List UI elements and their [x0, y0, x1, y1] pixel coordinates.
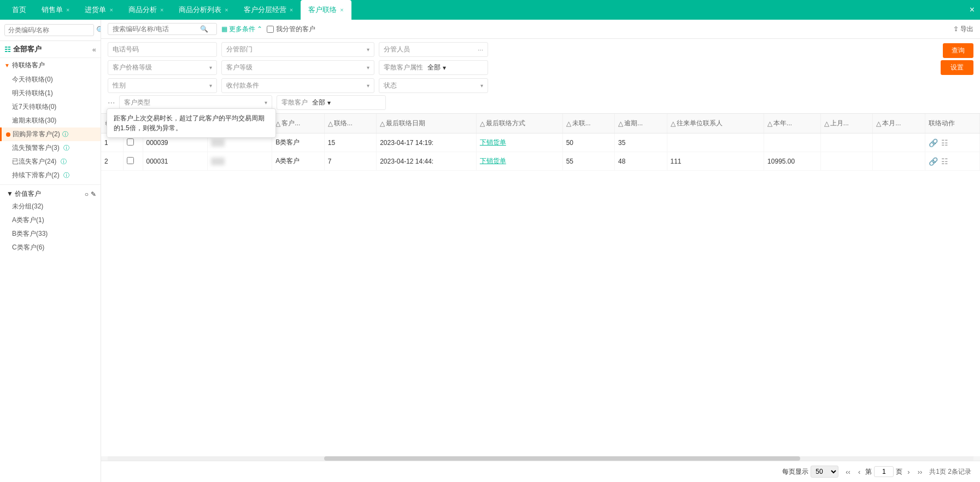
- customer-type-field[interactable]: 客户类型 ▾: [119, 95, 272, 110]
- more-conditions-btn[interactable]: ▦ 更多条件 ⌃: [221, 25, 262, 34]
- row1-select-checkbox[interactable]: [127, 138, 134, 146]
- row2-checkbox: [123, 152, 143, 171]
- close-customer-tier-tab[interactable]: ×: [290, 7, 293, 13]
- row1-method-link[interactable]: 下销货单: [480, 138, 506, 146]
- retail-customer-field[interactable]: 零散客户 全部 ▾: [277, 95, 386, 110]
- declining[interactable]: 持续下滑客户(2) ⓘ: [0, 169, 101, 182]
- col-overdue: △逾期...: [615, 114, 667, 133]
- sidebar-collapse-icon[interactable]: «: [92, 45, 96, 54]
- pagination-bar: 每页显示 50 100 200 ‹‹ ‹ 第 页 › ›› 共1页 2条记录: [101, 461, 980, 482]
- col-uncontact-sort[interactable]: △: [566, 120, 571, 127]
- gender-field[interactable]: 性别 ▾: [108, 78, 217, 93]
- col-last-month-sort[interactable]: △: [824, 120, 829, 127]
- phone-field[interactable]: 电话号码: [108, 42, 217, 57]
- search-wrap: 🔍: [108, 23, 217, 35]
- week-pending[interactable]: 近7天待联络(0): [0, 100, 101, 114]
- manager-dots[interactable]: ···: [478, 46, 483, 54]
- overdue-pending[interactable]: 逾期未联络(30): [0, 114, 101, 127]
- class-b[interactable]: B类客户(33): [0, 227, 101, 241]
- row2-grid-icon[interactable]: ☷: [941, 157, 948, 166]
- nav-product-list[interactable]: 商品分析列表 ×: [171, 0, 236, 20]
- horizontal-scrollbar[interactable]: [108, 456, 973, 461]
- nav-customer-tier[interactable]: 客户分层经营 ×: [236, 0, 301, 20]
- row2-actions: 🔗 ☷: [925, 152, 979, 171]
- adv-row-1: 电话号码 分管部门 ▾ 分管人员 ··· 客户价格等级: [108, 42, 973, 93]
- churned[interactable]: 已流失客户(24) ⓘ: [0, 155, 101, 169]
- row2-code: 000031: [143, 152, 207, 171]
- row1-level: B类客户: [272, 133, 324, 152]
- col-level-sort[interactable]: △: [275, 120, 280, 127]
- dept-chevron: ▾: [367, 47, 369, 53]
- row2-last-method: 下销货单: [476, 152, 562, 171]
- main-search-input[interactable]: [113, 25, 200, 33]
- col-this-month-sort[interactable]: △: [876, 120, 881, 127]
- next-page-btn[interactable]: ›: [905, 467, 912, 477]
- pagination-nav: ‹‹ ‹ 第 页 › ››: [843, 466, 925, 477]
- row1-grid-icon[interactable]: ☷: [941, 138, 948, 147]
- status-field[interactable]: 状态 ▾: [379, 78, 488, 93]
- sidebar-all-customers-header: ☷ 全部客户 «: [0, 41, 101, 58]
- info-icon-declining[interactable]: ⓘ: [63, 172, 69, 178]
- last-page-btn[interactable]: ››: [915, 467, 925, 477]
- retail-attr-field[interactable]: 零散客户属性 全部 ▾: [379, 60, 488, 75]
- nav-home[interactable]: 首页: [4, 0, 34, 20]
- export-btn[interactable]: ⇪ 导出: [953, 25, 973, 34]
- sidebar-search-input[interactable]: [4, 24, 94, 36]
- circle-icon[interactable]: ○: [85, 190, 89, 198]
- more-filter-dots[interactable]: ···: [108, 98, 115, 108]
- repurchase-abnormal[interactable]: 回购异常客户(2) ⓘ: [0, 127, 101, 141]
- col-last-method: △最后联络方式: [476, 114, 562, 133]
- info-icon-repurchase[interactable]: ⓘ: [62, 130, 68, 138]
- pending-contact-header[interactable]: ▼ 待联络客户: [0, 58, 101, 73]
- my-customers-checkbox[interactable]: [267, 26, 274, 33]
- unclassified[interactable]: 未分组(32): [0, 200, 101, 213]
- row1-link-icon[interactable]: 🔗: [929, 138, 938, 147]
- page-number-input[interactable]: [874, 466, 894, 477]
- col-this-year-sort[interactable]: △: [767, 120, 772, 127]
- col-last-method-sort[interactable]: △: [480, 120, 485, 127]
- prev-page-btn[interactable]: ‹: [855, 467, 863, 477]
- tomorrow-pending[interactable]: 明天待联络(1): [0, 86, 101, 100]
- close-purchase-tab[interactable]: ×: [109, 7, 113, 13]
- row1-this-month: [873, 133, 925, 152]
- nav-sales[interactable]: 销售单 ×: [34, 0, 77, 20]
- close-product-list-tab[interactable]: ×: [225, 7, 228, 13]
- department-field[interactable]: 分管部门 ▾: [221, 42, 374, 57]
- query-button[interactable]: 查询: [943, 43, 973, 58]
- row2-select-checkbox[interactable]: [127, 157, 134, 164]
- nav-product-analysis[interactable]: 商品分析 ×: [121, 0, 171, 20]
- payment-field[interactable]: 收付款条件 ▾: [221, 78, 374, 93]
- first-page-btn[interactable]: ‹‹: [843, 467, 853, 477]
- per-page-select[interactable]: 50 100 200: [811, 466, 838, 478]
- col-overdue-sort[interactable]: △: [618, 120, 623, 127]
- row2-name: ███: [207, 152, 272, 171]
- edit-icon[interactable]: ✎: [91, 190, 96, 198]
- col-contact: △联络...: [324, 114, 376, 133]
- today-pending[interactable]: 今天待联络(0): [0, 73, 101, 86]
- info-icon-churn-warning[interactable]: ⓘ: [63, 144, 69, 151]
- advanced-filter: 电话号码 分管部门 ▾ 分管人员 ··· 客户价格等级: [101, 39, 980, 114]
- manager-field[interactable]: 分管人员 ···: [379, 42, 488, 57]
- nav-customer-contact[interactable]: 客户联络 ×: [301, 0, 351, 20]
- churn-warning[interactable]: 流失预警客户(3) ⓘ: [0, 141, 101, 155]
- customer-level-field[interactable]: 客户等级 ▾: [221, 60, 374, 75]
- nav-purchase[interactable]: 进货单 ×: [77, 0, 120, 20]
- info-icon-churned[interactable]: ⓘ: [61, 158, 67, 165]
- col-last-date-sort[interactable]: △: [380, 120, 385, 127]
- row2-link-icon[interactable]: 🔗: [929, 157, 938, 166]
- row2-method-link[interactable]: 下销货单: [480, 157, 506, 165]
- scroll-thumb[interactable]: [324, 456, 800, 461]
- col-this-month: △本月...: [873, 114, 925, 133]
- close-product-analysis-tab[interactable]: ×: [160, 7, 163, 13]
- close-sales-tab[interactable]: ×: [66, 7, 69, 13]
- class-c[interactable]: C类客户(6): [0, 241, 101, 254]
- main-search-icon[interactable]: 🔍: [200, 25, 208, 33]
- close-all-tabs-btn[interactable]: ×: [970, 5, 975, 15]
- col-related-contact-sort[interactable]: △: [671, 120, 676, 127]
- sidebar-search-icon[interactable]: 🔍: [96, 26, 101, 34]
- settings-button[interactable]: 设置: [941, 60, 973, 75]
- close-customer-contact-tab[interactable]: ×: [340, 7, 343, 13]
- class-a[interactable]: A类客户(1): [0, 213, 101, 227]
- price-level-field[interactable]: 客户价格等级 ▾: [108, 60, 217, 75]
- col-contact-sort[interactable]: △: [328, 120, 333, 127]
